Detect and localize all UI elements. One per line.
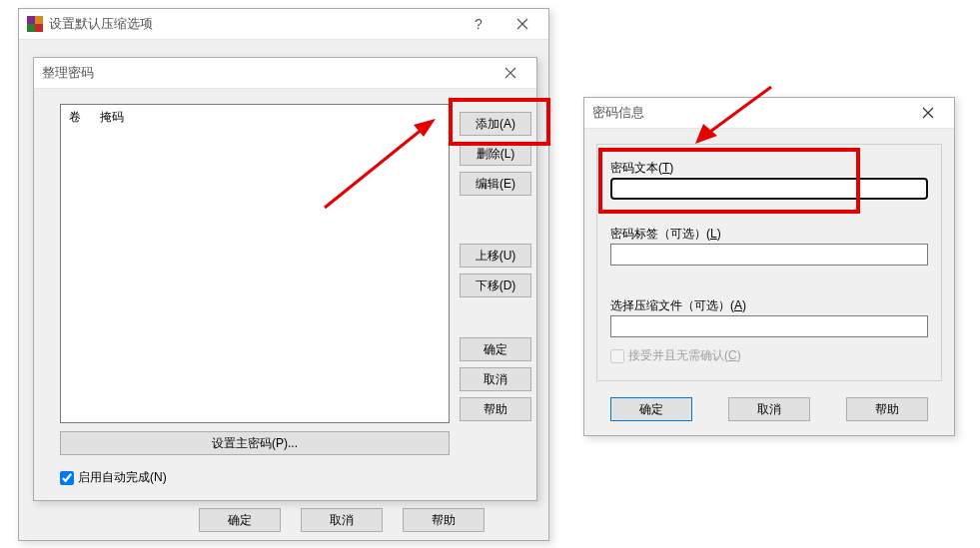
close-titlebar-button[interactable]	[500, 10, 544, 38]
password-label-label: 密码标签（可选）(L)	[610, 226, 721, 243]
winrar-icon	[27, 16, 43, 32]
pwdinfo-close-button[interactable]	[906, 99, 950, 127]
password-info-window: 密码信息 密码文本(T) 密码标签（可选）(L) 选择压缩文件（可选）(A) 接…	[583, 97, 955, 436]
organize-close-button[interactable]	[489, 59, 532, 87]
password-text-input[interactable]	[610, 178, 928, 200]
autocomplete-label: 启用自动完成(N)	[78, 469, 167, 486]
password-listbox[interactable]: 卷 掩码	[60, 104, 450, 423]
pwdinfo-title: 密码信息	[592, 104, 906, 122]
organize-help-button[interactable]: 帮助	[460, 397, 531, 421]
pwdinfo-ok-button[interactable]: 确定	[610, 397, 692, 421]
move-up-button[interactable]: 上移(U)	[460, 244, 531, 268]
move-down-button[interactable]: 下移(D)	[460, 274, 531, 297]
col-mask: 掩码	[100, 109, 124, 126]
help-titlebar-button[interactable]: ?	[457, 10, 500, 38]
password-label-input[interactable]	[610, 244, 928, 266]
autocomplete-checkbox[interactable]	[60, 471, 74, 485]
default-compression-title: 设置默认压缩选项	[49, 15, 457, 33]
set-master-password-button[interactable]: 设置主密码(P)...	[60, 431, 450, 455]
organize-cancel-button[interactable]: 取消	[460, 367, 531, 391]
parent-ok-button[interactable]: 确定	[199, 508, 281, 532]
delete-button[interactable]: 删除(L)	[460, 142, 531, 166]
pwdinfo-titlebar: 密码信息	[584, 98, 954, 129]
pwdinfo-cancel-button[interactable]: 取消	[728, 397, 810, 421]
organize-title: 整理密码	[42, 64, 489, 82]
organize-ok-button[interactable]: 确定	[460, 337, 531, 361]
add-button[interactable]: 添加(A)	[460, 112, 531, 136]
col-volume: 卷	[69, 109, 97, 126]
select-archive-input[interactable]	[610, 315, 928, 337]
default-compression-titlebar: 设置默认压缩选项 ?	[19, 9, 548, 40]
parent-cancel-button[interactable]: 取消	[301, 508, 383, 532]
organize-passwords-window: 整理密码 卷 掩码 添加(A) 删除(L) 编辑(E) 上移(U) 下移(D) …	[33, 57, 537, 501]
select-archive-label: 选择压缩文件（可选）(A)	[610, 297, 746, 314]
edit-button[interactable]: 编辑(E)	[460, 172, 531, 196]
pwdinfo-help-button[interactable]: 帮助	[846, 397, 928, 421]
list-header: 卷 掩码	[61, 105, 449, 130]
organize-titlebar: 整理密码	[34, 58, 536, 89]
accept-no-confirm-row[interactable]: 接受并且无需确认(C)	[610, 347, 741, 364]
autocomplete-checkbox-row[interactable]: 启用自动完成(N)	[60, 469, 167, 486]
parent-help-button[interactable]: 帮助	[403, 508, 485, 532]
password-text-label: 密码文本(T)	[610, 160, 673, 177]
accept-no-confirm-checkbox[interactable]	[610, 349, 624, 363]
